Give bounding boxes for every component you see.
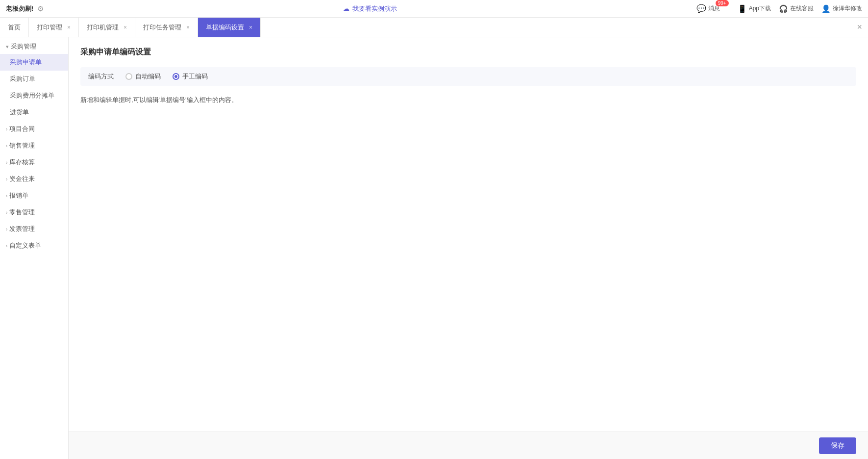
tab-home-label: 首页 (8, 23, 21, 32)
retail-manage-arrow: › (6, 210, 7, 215)
app-icon: 📱 (738, 4, 747, 13)
tab-print-task-manage-label: 打印任务管理 (143, 23, 181, 32)
sidebar-item-purchase-expense[interactable]: 采购费用分摊单 (0, 87, 68, 104)
incoming-label: 进货单 (10, 108, 29, 116)
tab-print-manage-label: 打印管理 (37, 23, 62, 32)
content-body: 采购申请单编码设置 编码方式 自动编码 手工编码 新增和编辑单据时,可以编辑'单… (69, 37, 868, 432)
custom-form-label: 自定义表单 (9, 241, 41, 250)
message-icon: 💬 (696, 4, 706, 13)
purchase-order-label: 采购订单 (10, 75, 35, 82)
sidebar-item-purchase-request[interactable]: 采购申请单 (0, 54, 68, 71)
invoice-manage-arrow: › (6, 227, 7, 232)
page-title: 采购申请单编码设置 (80, 47, 856, 57)
sidebar: ▾ 采购管理 采购申请单 采购订单 采购费用分摊单 进货单 › 项目合同 › 销… (0, 37, 69, 459)
project-contract-arrow: › (6, 127, 7, 132)
user-avatar-icon: 👤 (821, 4, 831, 13)
user-name: 徐泽华修改 (833, 4, 862, 13)
sidebar-group-retail-manage[interactable]: › 零售管理 (0, 204, 68, 221)
tab-printer-manage-label: 打印机管理 (87, 23, 119, 32)
sidebar-group-fund[interactable]: › 资金往来 (0, 171, 68, 187)
online-service-btn[interactable]: 🎧 在线客服 (779, 4, 814, 13)
top-bar-left: 老板勿剔! ⚙ (6, 4, 44, 13)
tab-single-code-setting[interactable]: 单据编码设置 × (198, 18, 261, 37)
sidebar-group-invoice-manage[interactable]: › 发票管理 (0, 221, 68, 237)
coding-method-row: 编码方式 自动编码 手工编码 (80, 67, 856, 86)
purchase-request-label: 采购申请单 (10, 58, 42, 66)
app-download-btn[interactable]: 📱 App下载 (738, 4, 771, 13)
project-contract-label: 项目合同 (9, 125, 35, 133)
tab-print-task-manage-close[interactable]: × (186, 24, 190, 31)
manual-code-option[interactable]: 手工编码 (173, 72, 208, 81)
inventory-label: 库存核算 (9, 158, 35, 167)
message-btn[interactable]: 💬 消息 99+ (696, 4, 720, 13)
sales-manage-label: 销售管理 (9, 141, 35, 150)
purchase-manage-label: 采购管理 (11, 42, 36, 51)
hint-text: 新增和编辑单据时,可以编辑'单据编号'输入框中的内容。 (80, 96, 856, 104)
logo-text: 老板勿剔! (6, 4, 33, 13)
message-badge: 99+ (716, 0, 729, 6)
return-label: 报销单 (9, 191, 28, 200)
tab-printer-manage[interactable]: 打印机管理 × (79, 18, 135, 37)
tab-home[interactable]: 首页 (0, 18, 29, 37)
tab-printer-manage-close[interactable]: × (124, 24, 127, 31)
purchase-manage-arrow: ▾ (6, 44, 9, 50)
sidebar-group-custom-form[interactable]: › 自定义表单 (0, 237, 68, 254)
tab-print-manage-close[interactable]: × (67, 24, 71, 31)
cloud-icon: ☁ (343, 5, 349, 12)
close-all-btn[interactable]: × (851, 22, 868, 32)
auto-code-label: 自动编码 (135, 72, 161, 81)
sidebar-item-purchase-order[interactable]: 采购订单 (0, 71, 68, 87)
purchase-expense-label: 采购费用分摊单 (10, 92, 54, 99)
content-area: 采购申请单编码设置 编码方式 自动编码 手工编码 新增和编辑单据时,可以编辑'单… (69, 37, 868, 459)
auto-code-radio[interactable] (125, 73, 132, 80)
custom-form-arrow: › (6, 243, 7, 249)
return-arrow: › (6, 193, 7, 199)
content-footer: 保存 (69, 432, 868, 459)
fund-arrow: › (6, 177, 7, 182)
save-button[interactable]: 保存 (819, 437, 856, 454)
tab-single-code-setting-close[interactable]: × (249, 24, 252, 31)
tab-print-task-manage[interactable]: 打印任务管理 × (135, 18, 198, 37)
sales-manage-arrow: › (6, 143, 7, 149)
retail-manage-label: 零售管理 (9, 208, 35, 217)
top-bar: 老板勿剔! ⚙ ☁ 我要看实例演示 💬 消息 99+ 📱 App下载 🎧 在线客… (0, 0, 868, 18)
app-download-label: App下载 (749, 4, 771, 13)
tab-single-code-setting-label: 单据编码设置 (206, 23, 244, 32)
sidebar-group-sales-manage[interactable]: › 销售管理 (0, 137, 68, 154)
tab-print-manage[interactable]: 打印管理 × (29, 18, 79, 37)
sidebar-group-return[interactable]: › 报销单 (0, 187, 68, 204)
invoice-manage-label: 发票管理 (9, 225, 35, 233)
auto-code-option[interactable]: 自动编码 (125, 72, 161, 81)
top-bar-center[interactable]: ☁ 我要看实例演示 (343, 4, 397, 13)
sidebar-group-purchase-manage[interactable]: ▾ 采购管理 (0, 37, 68, 54)
headset-icon: 🎧 (779, 4, 788, 13)
online-service-label: 在线客服 (790, 4, 814, 13)
tab-bar: 首页 打印管理 × 打印机管理 × 打印任务管理 × 单据编码设置 × × (0, 18, 868, 37)
coding-method-label: 编码方式 (88, 72, 114, 81)
manual-code-label: 手工编码 (182, 72, 208, 81)
sidebar-item-incoming[interactable]: 进货单 (0, 104, 68, 121)
fund-label: 资金往来 (9, 175, 35, 183)
inventory-arrow: › (6, 160, 7, 165)
demo-link[interactable]: 我要看实例演示 (352, 4, 397, 13)
user-btn[interactable]: 👤 徐泽华修改 (821, 4, 862, 13)
sidebar-group-inventory[interactable]: › 库存核算 (0, 154, 68, 171)
top-bar-right: 💬 消息 99+ 📱 App下载 🎧 在线客服 👤 徐泽华修改 (696, 4, 862, 13)
manual-code-radio[interactable] (173, 73, 179, 80)
main-layout: ▾ 采购管理 采购申请单 采购订单 采购费用分摊单 进货单 › 项目合同 › 销… (0, 37, 868, 459)
settings-icon[interactable]: ⚙ (37, 4, 44, 13)
sidebar-group-project-contract[interactable]: › 项目合同 (0, 121, 68, 137)
